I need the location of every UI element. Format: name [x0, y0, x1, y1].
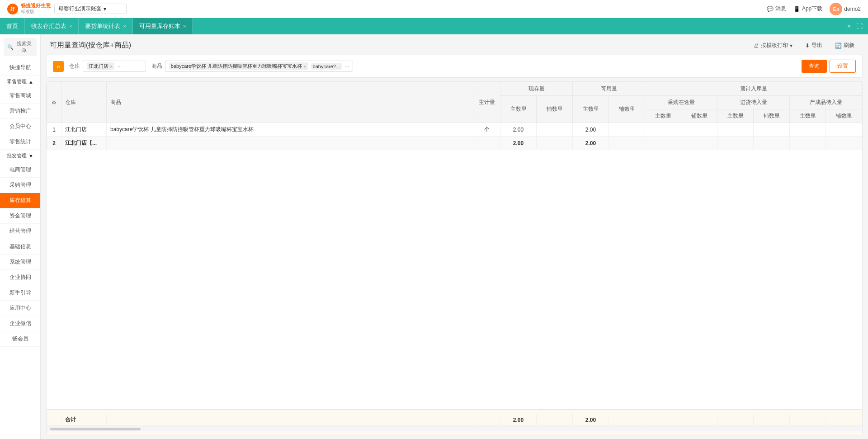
tab-order-close[interactable]: ×	[123, 24, 126, 29]
warehouse-filter-input[interactable]: 江北门店 × ···	[83, 61, 146, 72]
sidebar-item-quick-nav[interactable]: 快捷导航	[0, 60, 40, 76]
brand-info: 畅捷通好生意 标准版	[21, 3, 51, 15]
th-goods-pending: 进货待入量	[717, 96, 790, 109]
search-menu-btn[interactable]: 🔍 搜索菜单	[4, 38, 37, 56]
message-label: 消息	[775, 5, 786, 13]
footer-table: 合计 2.00 2.00	[47, 414, 862, 426]
tab-order[interactable]: 要货单统计表 ×	[79, 18, 132, 34]
group-index: 2	[47, 137, 61, 150]
sidebar-item-finance[interactable]: 资金管理	[0, 208, 40, 224]
tab-receive[interactable]: 收发存汇总表 ×	[25, 18, 79, 34]
bottom-scroll-area[interactable]	[47, 426, 862, 431]
tab-close-all-btn[interactable]: ×	[845, 21, 853, 32]
tab-inventory[interactable]: 可用量库存账本 ×	[133, 18, 193, 34]
tab-order-label: 要货单统计表	[85, 22, 120, 30]
group-pt-main	[645, 137, 681, 150]
sidebar-item-retail-mall[interactable]: 零售商城	[0, 88, 40, 104]
content-area: 可用量查询(按仓库+商品) 🖨 按模板打印 ▾ ⬇ 导出 🔄 刷新 »	[41, 34, 868, 439]
print-btn[interactable]: 🖨 按模板打印 ▾	[749, 40, 797, 51]
settings-btn[interactable]: 设置	[830, 60, 856, 73]
tab-home[interactable]: 首页	[0, 18, 25, 34]
sidebar-vip-member-label: 畅会员	[12, 335, 28, 342]
sidebar-item-vip-member[interactable]: 畅会员	[0, 331, 40, 347]
sidebar-item-member-center[interactable]: 会员中心	[0, 119, 40, 134]
sidebar-item-marketing[interactable]: 营销推广	[0, 104, 40, 119]
th-goods-pending-label: 进货待入量	[740, 99, 767, 105]
footer-available-main-val: 2.00	[585, 417, 596, 423]
warehouse-tag-close[interactable]: ×	[110, 64, 113, 69]
group-unit	[473, 137, 500, 150]
sidebar-finance-label: 资金管理	[9, 212, 31, 219]
th-finished-pending-label: 产成品待入量	[810, 99, 842, 105]
sidebar-item-new-guide[interactable]: 新手引导	[0, 285, 40, 301]
sidebar-item-purchase-mgmt[interactable]: 采购管理	[0, 178, 40, 193]
sidebar-item-system-mgmt[interactable]: 系统管理	[0, 255, 40, 270]
warehouse-filter-group: 仓库 江北门店 × ···	[69, 61, 146, 72]
sidebar-item-ecommerce[interactable]: 电商管理	[0, 162, 40, 178]
group-available-aux	[609, 137, 645, 150]
sidebar-item-retail-mgmt[interactable]: 零售管理 ▲	[0, 76, 40, 88]
filter-toggle-btn[interactable]: »	[53, 61, 64, 72]
th-settings[interactable]: ⚙	[47, 82, 61, 123]
footer-gp-aux	[754, 414, 790, 426]
group-fp-aux	[826, 137, 862, 150]
inventory-table: ⚙ 仓库 商品 主计量 现存量	[47, 82, 862, 150]
th-available-aux-label: 辅数里	[619, 106, 635, 112]
table-scroll[interactable]: ⚙ 仓库 商品 主计量 现存量	[47, 82, 862, 409]
th-incoming-label: 预计入库量	[740, 85, 767, 92]
sidebar-item-enterprise[interactable]: 企业协同	[0, 270, 40, 285]
th-unit-label: 主计量	[479, 99, 495, 105]
refresh-icon: 🔄	[835, 42, 842, 49]
th-current-aux: 辅数里	[537, 96, 573, 123]
th-goods-pending-main: 主数里	[717, 109, 754, 123]
tab-fullscreen-btn[interactable]: ⛶	[854, 21, 864, 32]
message-btn[interactable]: 💬 消息	[767, 5, 786, 13]
app-download-label: App下载	[802, 5, 822, 13]
sidebar-member-center-label: 会员中心	[9, 123, 31, 129]
sidebar-item-wholesale-mgmt[interactable]: 批发管理 ▼	[0, 150, 40, 162]
product-filter-input[interactable]: babycare学饮杯 儿童防摔防撞吸管杯重力球吸嘴杯宝宝水杯 × babyca…	[165, 61, 353, 72]
sidebar-item-app-center[interactable]: 应用中心	[0, 301, 40, 316]
app-download-btn[interactable]: 📱 App下载	[793, 5, 822, 13]
user-area[interactable]: Ea demo2	[830, 3, 861, 15]
sidebar-retail-mgmt-label: 零售管理	[7, 78, 27, 85]
horizontal-scrollbar-thumb[interactable]	[50, 428, 141, 430]
product-tag-1-close[interactable]: ×	[303, 64, 306, 69]
sidebar-item-operation[interactable]: 经营管理	[0, 224, 40, 239]
product-filter-group: 商品 babycare学饮杯 儿童防摔防撞吸管杯重力球吸嘴杯宝宝水杯 × bab…	[151, 61, 353, 72]
sidebar-item-basic-info[interactable]: 基础信息	[0, 239, 40, 255]
cell-fp-main	[790, 123, 826, 137]
footer-empty-2	[107, 414, 473, 426]
tab-inventory-close[interactable]: ×	[183, 24, 186, 29]
product-tag-1-text: babycare学饮杯 儿童防摔防撞吸管杯重力球吸嘴杯宝宝水杯	[171, 63, 302, 70]
export-btn[interactable]: ⬇ 导出	[801, 40, 827, 51]
th-pt-main-label: 主数里	[655, 113, 671, 119]
top-bar: 好 畅捷通好生意 标准版 母婴行业演示账套 ▾ 💬 消息 📱 App下载 Ea …	[0, 0, 868, 18]
print-icon: 🖨	[754, 42, 759, 49]
query-btn[interactable]: 查询	[802, 60, 827, 73]
refresh-btn[interactable]: 🔄 刷新	[830, 40, 859, 51]
tab-receive-close[interactable]: ×	[69, 24, 72, 29]
sidebar-item-enterprise-wechat[interactable]: 企业微信	[0, 316, 40, 331]
page-actions: 🖨 按模板打印 ▾ ⬇ 导出 🔄 刷新	[749, 40, 859, 51]
footer-pt-aux	[681, 414, 717, 426]
th-incoming: 预计入库量	[645, 82, 862, 96]
sidebar-enterprise-label: 企业协同	[9, 274, 31, 280]
group-current-main-val: 2.00	[513, 140, 524, 146]
chevron-down-icon: ▾	[104, 6, 106, 12]
th-warehouse-label: 仓库	[65, 99, 76, 105]
logo-icon: 好	[7, 4, 18, 14]
sidebar-system-label: 系统管理	[9, 259, 31, 265]
th-gp-main-label: 主数里	[727, 113, 744, 119]
cell-unit: 个	[473, 123, 500, 137]
th-fp-main-label: 主数里	[800, 113, 816, 119]
footer-row: 合计 2.00 2.00	[47, 414, 862, 426]
sidebar-item-retail-stats[interactable]: 零售统计	[0, 134, 40, 150]
tab-bar: 首页 收发存汇总表 × 要货单统计表 × 可用量库存账本 × × ⛶	[0, 18, 868, 34]
th-purchase-transit-label: 采购在途量	[668, 99, 695, 105]
store-selector[interactable]: 母婴行业演示账套 ▾	[54, 4, 127, 14]
cell-current-main-val: 2.00	[513, 127, 524, 133]
product-filter-label: 商品	[151, 62, 162, 70]
footer-current-main: 2.00	[500, 414, 537, 426]
sidebar-item-inventory-check[interactable]: 库存核算	[0, 193, 40, 208]
